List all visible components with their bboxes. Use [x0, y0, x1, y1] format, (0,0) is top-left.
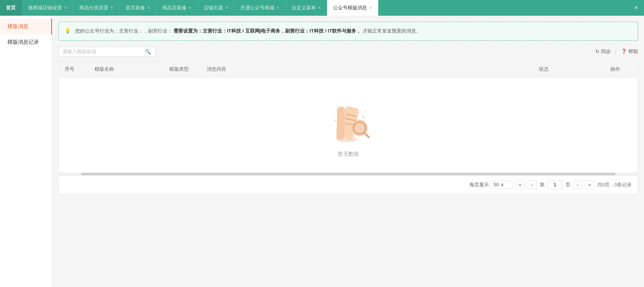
nav-tab-homepage-label: 首页装修	[126, 4, 145, 11]
page-size-select[interactable]: 50 ∨	[490, 181, 513, 189]
search-bar: 🔍 ↻ 同步 | ❓ 帮助	[58, 47, 638, 57]
th-seq: 序号	[59, 61, 89, 77]
next-page-button[interactable]: ›	[573, 180, 582, 189]
th-name: 模版名称	[89, 61, 163, 77]
th-status: 状态	[533, 61, 593, 77]
prev-page-icon: ‹	[531, 182, 533, 187]
page-size-label: 每页显示	[469, 181, 489, 188]
page-size-value: 50	[494, 182, 499, 187]
nav-tab-category-label: 商品分类设置	[79, 4, 108, 11]
total-info: 共0页，0条记录	[597, 181, 632, 188]
sidebar-item-template-log[interactable]: 模版消息记录	[0, 34, 52, 50]
svg-point-8	[362, 115, 365, 118]
nav-tab-weshop[interactable]: 微商城店铺设置 ×	[22, 0, 73, 16]
sync-icon: ↻	[595, 49, 600, 54]
search-actions: ↻ 同步 | ❓ 帮助	[595, 48, 638, 55]
page-word: 第	[540, 181, 545, 188]
prev-page-button[interactable]: ‹	[528, 180, 537, 189]
current-page-input[interactable]	[548, 180, 563, 189]
nav-tab-home-label: 首页	[6, 4, 16, 11]
empty-text: 暂无数据	[338, 151, 359, 158]
page-unit: 页	[566, 181, 570, 188]
nav-tab-menu[interactable]: 自定义菜单 ×	[286, 0, 327, 16]
notice-icon: 💡	[65, 28, 71, 34]
nav-tab-theme-label: 店铺主题	[204, 4, 223, 11]
svg-point-7	[334, 119, 336, 122]
search-icon[interactable]: 🔍	[145, 49, 151, 55]
th-type: 模版类型	[163, 61, 201, 77]
nav-tab-productpage-close[interactable]: ×	[189, 5, 191, 10]
nav-tab-homepage[interactable]: 首页装修 ×	[120, 0, 156, 16]
nav-tab-template[interactable]: 公众号模版消息 ×	[327, 0, 378, 16]
nav-tab-home[interactable]: 首页	[0, 0, 22, 16]
sidebar: 模版消息 模版消息记录	[0, 16, 52, 287]
empty-state: 暂无数据	[59, 77, 638, 172]
page-size-wrap: 每页显示 50 ∨	[469, 181, 513, 189]
th-action: 操作	[593, 61, 638, 77]
nav-tab-theme[interactable]: 店铺主题 ×	[198, 0, 234, 16]
nav-tab-category-close[interactable]: ×	[111, 5, 113, 10]
nav-tab-mall-label: 开通公众号商城	[240, 4, 274, 11]
sidebar-item-template-log-label: 模版消息记录	[7, 39, 39, 45]
nav-tab-template-close[interactable]: ×	[369, 5, 372, 10]
search-input-wrap[interactable]: 🔍	[58, 47, 155, 57]
notice-text-prefix: 您的公众号行业为：主营行业：，副营行业：	[75, 28, 172, 34]
table-header: 序号 模版名称 模版类型 消息内容 状态 操作	[59, 61, 638, 77]
chevron-down-icon: ∨	[500, 182, 504, 187]
first-page-button[interactable]: «	[516, 180, 525, 189]
last-page-button[interactable]: »	[585, 180, 594, 189]
svg-point-9	[364, 110, 366, 112]
nav-tab-weshop-label: 微商城店铺设置	[28, 4, 62, 11]
help-button[interactable]: ❓ 帮助	[621, 48, 638, 55]
search-input[interactable]	[62, 49, 145, 54]
notice-box: 💡 您的公众号行业为：主营行业：，副营行业： 需要设置为：主营行业：IT科技 /…	[58, 22, 638, 41]
notice-highlight: 需要设置为：主营行业：IT科技 / 互联网|电子商务，副营行业：IT科技 / I…	[173, 28, 361, 34]
scrollbar-thumb[interactable]	[81, 173, 615, 175]
nav-tab-menu-label: 自定义菜单	[292, 4, 316, 11]
notice-text-suffix: 才能正常发送预置的消息。	[363, 28, 421, 34]
th-content: 消息内容	[201, 61, 533, 77]
pagination: 每页显示 50 ∨ « ‹ 第 页 ›	[59, 175, 638, 194]
divider: |	[615, 49, 616, 54]
sync-button[interactable]: ↻ 同步	[595, 48, 611, 55]
scrollbar-area[interactable]	[59, 172, 638, 175]
table-wrap: 序号 模版名称 模版类型 消息内容 状态 操作	[58, 61, 638, 194]
nav-tab-category[interactable]: 商品分类设置 ×	[73, 0, 120, 16]
nav-tab-homepage-close[interactable]: ×	[147, 5, 150, 10]
top-nav: 首页 微商城店铺设置 × 商品分类设置 × 首页装修 × 商品页装修 × 店铺主…	[0, 0, 644, 16]
nav-tab-mall-close[interactable]: ×	[277, 5, 279, 10]
help-label: 帮助	[628, 48, 638, 55]
last-page-icon: »	[588, 182, 591, 187]
nav-tab-productpage[interactable]: 商品页装修 ×	[156, 0, 198, 16]
nav-tab-template-label: 公众号模版消息	[333, 4, 367, 11]
sidebar-item-template-msg[interactable]: 模版消息	[0, 19, 52, 34]
svg-line-6	[364, 132, 369, 137]
empty-illustration	[326, 100, 371, 145]
next-page-icon: ›	[577, 182, 579, 187]
help-icon: ❓	[621, 49, 627, 54]
sidebar-item-template-msg-label: 模版消息	[7, 23, 28, 29]
global-close-button[interactable]: ×	[629, 4, 644, 11]
main-layout: 模版消息 模版消息记录 💡 您的公众号行业为：主营行业：，副营行业： 需要设置为…	[0, 16, 644, 287]
content-area: 💡 您的公众号行业为：主营行业：，副营行业： 需要设置为：主营行业：IT科技 /…	[52, 16, 644, 287]
nav-tab-theme-close[interactable]: ×	[225, 5, 228, 10]
sync-label: 同步	[601, 48, 611, 55]
first-page-icon: «	[519, 182, 521, 187]
nav-tab-productpage-label: 商品页装修	[162, 4, 187, 11]
nav-tab-weshop-close[interactable]: ×	[64, 5, 67, 10]
nav-tab-mall[interactable]: 开通公众号商城 ×	[234, 0, 286, 16]
nav-tab-menu-close[interactable]: ×	[318, 5, 321, 10]
